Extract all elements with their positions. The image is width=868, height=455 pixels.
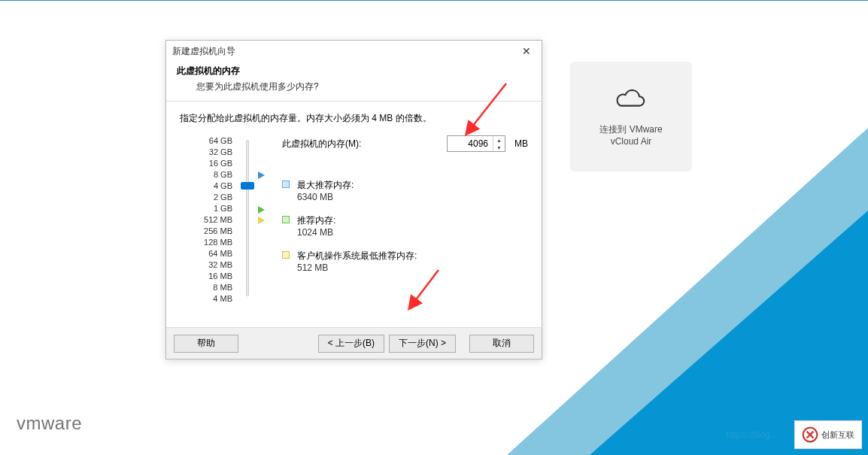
close-icon[interactable]: ✕	[516, 44, 537, 59]
scale-tick: 4 MB	[180, 293, 232, 305]
scale-tick: 128 MB	[180, 237, 232, 248]
cancel-button[interactable]: 取消	[469, 335, 534, 353]
header-title: 此虚拟机的内存	[177, 65, 531, 77]
cloud-icon	[615, 86, 648, 113]
watermark: https://blog...	[726, 429, 778, 440]
scale-tick: 32 MB	[180, 259, 232, 271]
slider-track	[246, 140, 249, 296]
spinner-up-icon[interactable]: ▲	[493, 136, 505, 144]
bg-triangle-dark	[590, 211, 868, 455]
square-green-icon	[282, 216, 290, 223]
marker-rec-icon	[258, 206, 265, 214]
scale-tick: 32 GB	[180, 147, 232, 158]
marker-max-icon	[258, 171, 265, 179]
rec-value: 1024 MB	[297, 227, 335, 238]
scale-tick: 64 GB	[180, 135, 232, 147]
scale-tick: 2 GB	[180, 192, 232, 203]
help-button[interactable]: 帮助	[174, 335, 238, 353]
marker-column	[258, 135, 278, 305]
rec-label: 推荐内存:	[297, 214, 335, 227]
square-blue-icon	[282, 180, 290, 188]
square-yellow-icon	[282, 251, 290, 259]
top-border	[0, 0, 868, 1]
marker-min-icon	[258, 217, 265, 224]
memory-unit: MB	[514, 138, 528, 149]
scale-tick: 16 GB	[180, 158, 232, 169]
memory-spinbox[interactable]: ▲ ▼	[447, 135, 505, 152]
memory-input-row: 此虚拟机的内存(M): ▲ ▼ MB	[282, 135, 528, 152]
dialog-body: 指定分配给此虚拟机的内存量。内存大小必须为 4 MB 的倍数。 64 GB 32…	[166, 102, 542, 327]
scale-tick: 16 MB	[180, 271, 232, 282]
corner-logo: 创新互联	[794, 420, 862, 449]
dialog-header: 此虚拟机的内存 您要为此虚拟机使用多少内存?	[166, 62, 542, 102]
header-subtitle: 您要为此虚拟机使用多少内存?	[177, 80, 531, 93]
spinner-down-icon[interactable]: ▼	[493, 144, 505, 151]
dialog-title: 新建虚拟机向导	[172, 45, 235, 58]
back-button[interactable]: < 上一步(B)	[318, 335, 384, 353]
scale-tick: 8 GB	[180, 169, 232, 180]
min-memory-row: 客户机操作系统最低推荐内存: 512 MB	[282, 250, 528, 273]
max-label: 最大推荐内存:	[297, 179, 354, 192]
memory-label: 此虚拟机的内存(M):	[282, 138, 361, 150]
scale-tick: 256 MB	[180, 226, 232, 237]
memory-slider[interactable]	[238, 135, 258, 305]
scale-tick: 1 GB	[180, 203, 232, 214]
vcloud-label: 连接到 VMware vCloud Air	[599, 123, 662, 147]
dialog-footer: 帮助 < 上一步(B) 下一步(N) > 取消	[166, 327, 542, 359]
next-button[interactable]: 下一步(N) >	[389, 335, 456, 353]
scale-tick: 512 MB	[180, 214, 232, 226]
max-value: 6340 MB	[297, 192, 354, 202]
wizard-dialog: 新建虚拟机向导 ✕ 此虚拟机的内存 您要为此虚拟机使用多少内存? 指定分配给此虚…	[165, 40, 542, 359]
max-memory-row: 最大推荐内存: 6340 MB	[282, 179, 528, 202]
rec-memory-row: 推荐内存: 1024 MB	[282, 214, 528, 238]
spinner-arrows[interactable]: ▲ ▼	[493, 136, 505, 151]
vcloud-card[interactable]: 连接到 VMware vCloud Air	[570, 62, 692, 171]
vmware-brand: vmware	[17, 413, 82, 434]
min-label: 客户机操作系统最低推荐内存:	[297, 250, 417, 262]
titlebar[interactable]: 新建虚拟机向导 ✕	[166, 41, 542, 62]
scale-tick: 4 GB	[180, 180, 232, 192]
scale-tick: 64 MB	[180, 248, 232, 259]
scale-tick: 8 MB	[180, 282, 232, 293]
memory-scale: 64 GB 32 GB 16 GB 8 GB 4 GB 2 GB 1 GB 51…	[180, 135, 238, 305]
memory-input[interactable]	[448, 136, 493, 151]
min-value: 512 MB	[297, 262, 417, 273]
memory-description: 指定分配给此虚拟机的内存量。内存大小必须为 4 MB 的倍数。	[180, 112, 528, 125]
slider-thumb[interactable]	[241, 182, 254, 190]
